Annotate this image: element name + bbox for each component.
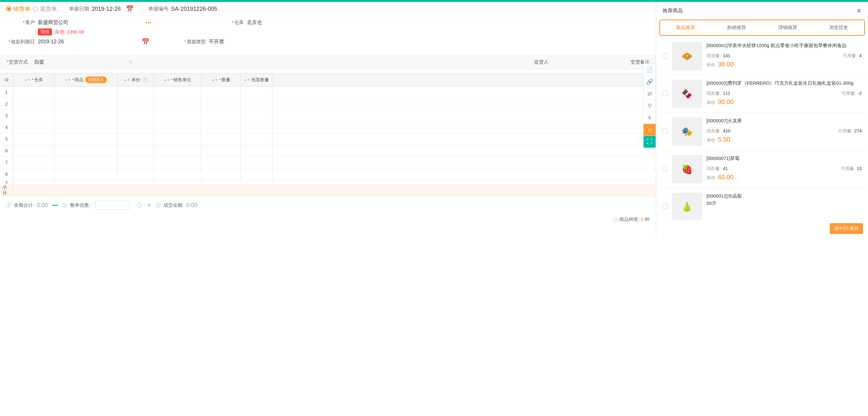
table-row[interactable]: 5	[0, 133, 656, 145]
sort-icon[interactable]: ▲▼	[212, 78, 218, 82]
cell-product[interactable]	[54, 122, 118, 133]
cell-price[interactable]	[118, 110, 154, 121]
col-pack[interactable]: 包装数量	[251, 77, 269, 83]
cell-pack[interactable]	[241, 110, 273, 121]
help-icon[interactable]: ?	[137, 203, 142, 208]
cell-qty[interactable]	[202, 157, 241, 168]
product-item[interactable]: 🧇 [0000001]华美华夫软饼1200g 糕点零食小吃手撕面包早餐休闲食品 …	[659, 38, 865, 75]
cell-unit[interactable]	[154, 133, 202, 145]
help-icon[interactable]: ?	[142, 77, 147, 83]
product-checkbox[interactable]	[662, 54, 668, 59]
tool-star-icon[interactable]: ☆	[644, 124, 656, 136]
tab-return[interactable]: 退货单	[33, 5, 57, 13]
cell-pack[interactable]	[241, 168, 273, 180]
invoice-type-value[interactable]: 不开票	[209, 38, 272, 45]
table-row[interactable]: 3	[0, 110, 656, 122]
cell-unit[interactable]	[154, 157, 202, 168]
cell-unit[interactable]	[154, 168, 202, 180]
sort-icon[interactable]: ▲▼	[24, 78, 31, 82]
cell-pack[interactable]	[241, 133, 273, 145]
product-item[interactable]: 🍐 [0000012]水晶梨50斤	[659, 188, 865, 220]
cell-warehouse[interactable]	[13, 122, 54, 133]
table-row[interactable]: 2	[0, 98, 656, 110]
product-checkbox[interactable]	[662, 129, 668, 134]
cell-product[interactable]	[54, 110, 118, 121]
cell-product[interactable]	[54, 133, 118, 145]
cell-qty[interactable]	[202, 168, 241, 180]
tool-expand-icon[interactable]: ⛶	[644, 136, 656, 148]
cell-qty[interactable]	[202, 98, 241, 110]
recommend-tab[interactable]: 热销推荐	[711, 20, 763, 35]
cell-warehouse[interactable]	[13, 168, 54, 180]
close-icon[interactable]: ✕	[856, 7, 862, 14]
doc-date-value[interactable]: 2019-12-26	[92, 6, 121, 12]
tool-award-icon[interactable]: ⚲	[644, 100, 656, 112]
cell-warehouse[interactable]	[13, 87, 54, 98]
cell-qty[interactable]	[202, 133, 241, 145]
cell-unit[interactable]	[154, 98, 202, 110]
col-unit[interactable]: 销售单位	[174, 77, 191, 83]
cell-product[interactable]	[54, 87, 118, 98]
cell-warehouse[interactable]	[13, 145, 54, 157]
sort-icon[interactable]: ▲▼	[124, 78, 130, 82]
tool-currency-icon[interactable]: ¥	[644, 112, 656, 124]
cell-qty[interactable]	[202, 110, 241, 121]
table-row[interactable]: 7	[0, 157, 656, 168]
cell-product[interactable]	[54, 168, 118, 180]
cell-pack[interactable]	[241, 98, 273, 110]
cell-warehouse[interactable]	[13, 110, 54, 121]
sort-icon[interactable]: ▲▼	[65, 78, 71, 82]
cell-unit[interactable]	[154, 145, 202, 157]
cell-price[interactable]	[118, 145, 154, 157]
col-warehouse[interactable]: 仓库	[34, 77, 43, 83]
cell-qty[interactable]	[202, 122, 241, 133]
cell-unit[interactable]	[154, 87, 202, 98]
table-row[interactable]: 1	[0, 87, 656, 98]
cell-price[interactable]	[118, 98, 154, 110]
due-date-value[interactable]: 2019-12-26	[38, 39, 101, 44]
recommend-tab[interactable]: 浏览历史	[813, 20, 865, 35]
cell-product[interactable]	[54, 98, 118, 110]
product-item[interactable]: 🎭 [0000007]火龙果 现存量:410 可用量:274 单价5.50	[659, 113, 865, 151]
recommend-tab[interactable]: 新品推荐	[660, 20, 711, 35]
sort-icon[interactable]: ▲▼	[244, 78, 250, 82]
warehouse-value[interactable]: 北京仓	[247, 19, 310, 26]
cell-unit[interactable]	[154, 110, 202, 121]
cell-pack[interactable]	[241, 87, 273, 98]
scan-badge[interactable]: 扫码录入	[85, 76, 107, 83]
product-checkbox[interactable]	[662, 166, 668, 171]
cell-warehouse[interactable]	[13, 133, 54, 145]
cell-price[interactable]	[118, 168, 154, 180]
cell-product[interactable]	[54, 157, 118, 168]
customer-more-icon[interactable]: •••	[146, 20, 152, 25]
table-row[interactable]: 6	[0, 145, 656, 157]
tool-link-icon[interactable]: 🔗	[644, 76, 656, 88]
chevron-down-icon[interactable]: ▽	[129, 60, 132, 64]
tab-sales[interactable]: 销货单	[6, 5, 30, 13]
product-checkbox[interactable]	[662, 204, 668, 209]
delivery-method-value[interactable]: 自提	[34, 59, 97, 65]
cell-price[interactable]	[118, 122, 154, 133]
recommend-tab[interactable]: 滞销推荐	[762, 20, 813, 35]
calendar-icon[interactable]: 📅	[126, 5, 134, 13]
table-row[interactable]: 8	[0, 168, 656, 180]
col-price[interactable]: 单价	[131, 77, 141, 83]
product-item[interactable]: 🍓 [00000071]草莓 现存量:41 可用量:13 单价60.00	[659, 151, 865, 188]
cell-pack[interactable]	[241, 122, 273, 133]
cell-product[interactable]	[54, 145, 118, 157]
cell-price[interactable]	[118, 133, 154, 145]
tool-sync-icon[interactable]: ⇄	[644, 88, 656, 100]
discount-input[interactable]	[95, 201, 130, 210]
cell-unit[interactable]	[154, 122, 202, 133]
cell-price[interactable]	[118, 87, 154, 98]
gear-icon[interactable]: ⚙	[4, 77, 9, 83]
cell-warehouse[interactable]	[13, 157, 54, 168]
col-product[interactable]: 商品	[74, 77, 84, 83]
cell-qty[interactable]	[202, 87, 241, 98]
calendar-icon[interactable]: 📅	[142, 38, 150, 45]
cell-pack[interactable]	[241, 145, 273, 157]
sort-icon[interactable]: ▲▼	[164, 78, 170, 82]
cell-warehouse[interactable]	[13, 98, 54, 110]
product-item[interactable]: 🍫 [0000002]费列罗（FERRERO）巧克力礼盒装生日礼物礼盒装01-3…	[659, 75, 865, 113]
tool-note-icon[interactable]: 📄	[644, 64, 656, 76]
